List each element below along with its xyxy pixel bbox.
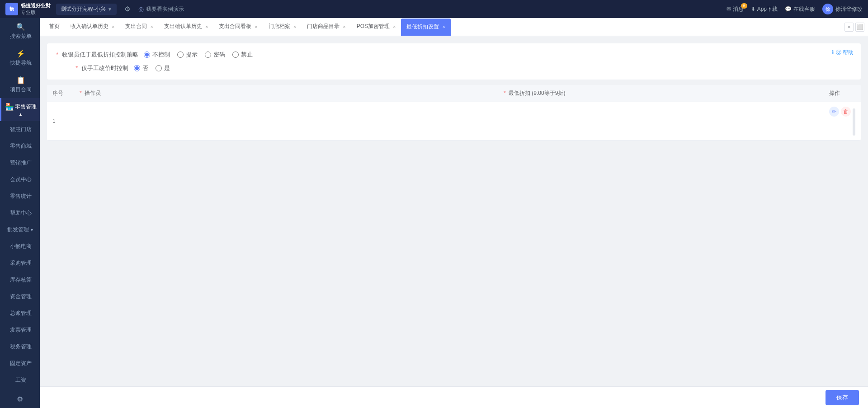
manual-yes[interactable]: 是 (156, 64, 170, 72)
cell-operator (74, 102, 498, 141)
tab-payment-board[interactable]: 支出合同看板 × (213, 18, 263, 36)
tab-store-archive-close-icon[interactable]: × (293, 24, 296, 29)
table-header: 序号 * 操作员 * 最低折扣 (9.00等于9折) 操作 (47, 85, 861, 102)
policy-no-control-label: 不控制 (152, 51, 170, 59)
manual-no[interactable]: 否 (134, 64, 148, 72)
sidebar-label-assets: 固定资产 (10, 360, 32, 367)
message-action[interactable]: ✉ 消息 8 (726, 5, 744, 13)
sidebar-item-shortcut[interactable]: ⚡ 快捷导航 (0, 45, 40, 71)
sidebar-item-retail[interactable]: 🏪 零售管理 ▲ (0, 98, 40, 121)
online-service-action[interactable]: 💬 在线客服 (785, 5, 815, 13)
sidebar-item-assets[interactable]: 固定资产 (0, 355, 40, 372)
sidebar-item-member[interactable]: 会员中心 (0, 171, 40, 188)
policy-forbid-label: 禁止 (241, 51, 253, 59)
page-content: ℹ ⓪ 帮助 * 收银员低于最低折扣控制策略 不控制 (40, 36, 868, 386)
tab-pos-password-close-icon[interactable]: × (393, 24, 396, 29)
tab-payment-close-icon[interactable]: × (150, 24, 153, 29)
tab-home[interactable]: 首页 (43, 18, 65, 36)
sidebar-item-search[interactable]: 🔍 搜索菜单 (0, 18, 40, 45)
sidebar-item-salary[interactable]: 工资 (0, 372, 40, 389)
settings-icon[interactable]: ⚙ (122, 4, 133, 14)
app-name: 畅捷通好业财 (21, 2, 51, 9)
tab-payment-board-close-icon[interactable]: × (255, 24, 257, 29)
demo-label: 我要看实例演示 (146, 5, 184, 13)
cell-action: ✏ 🗑 (824, 102, 861, 141)
manual-required-mark: * (75, 65, 78, 71)
sidebar-label-salary: 工资 (15, 376, 26, 384)
sidebar-item-purchase[interactable]: 采购管理 (0, 255, 40, 272)
app-download-label: App下载 (757, 5, 778, 13)
sidebar-item-smart-store[interactable]: 智慧门店 (0, 121, 40, 138)
retail-icon: 🏪 (5, 103, 14, 111)
policy-required-mark: * (56, 51, 58, 58)
sidebar-item-wholesale[interactable]: 批发管理 ▼ (0, 221, 40, 238)
col-header-discount: * 最低折扣 (9.00等于9折) (498, 85, 824, 102)
demo-link[interactable]: ◎ 我要看实例演示 (138, 5, 184, 13)
help-button[interactable]: ℹ ⓪ 帮助 (832, 49, 854, 56)
policy-row: * 收银员低于最低折扣控制策略 不控制 提示 (56, 51, 852, 59)
sidebar-item-marketing[interactable]: 营销推广 (0, 155, 40, 171)
tab-payment-label: 支出合同 (125, 23, 147, 30)
tabs-end-buttons: × ⬜ (844, 23, 864, 32)
policy-remind[interactable]: 提示 (177, 51, 198, 59)
sidebar-item-help[interactable]: 帮助中心 (0, 205, 40, 221)
tab-discount-setting-label: 最低折扣设置 (406, 23, 439, 31)
tab-store-goods-close-icon[interactable]: × (343, 24, 345, 29)
col-header-operator: * 操作员 (74, 85, 498, 102)
tab-payment-confirm[interactable]: 支出确认单历史 × (159, 18, 213, 36)
policy-password[interactable]: 密码 (205, 51, 225, 59)
manual-row: * 仅手工改价时控制 否 是 (56, 64, 852, 72)
table-body: 1 ✏ 🗑 (47, 102, 861, 141)
tab-store-goods-label: 门店商品目录 (307, 23, 340, 30)
sidebar-label-shortcut: 快捷导航 (10, 59, 32, 67)
sidebar-item-stats[interactable]: 零售统计 (0, 188, 40, 205)
tab-store-goods[interactable]: 门店商品目录 × (302, 18, 351, 36)
table-scrollbar[interactable] (853, 108, 855, 136)
sidebar-item-ledger[interactable]: 总账管理 (0, 305, 40, 322)
sidebar-item-ecommerce[interactable]: 小畅电商 (0, 238, 40, 255)
topbar: 畅 畅捷通好业财 专业版 测试分开完程-小兴 ▼ ⚙ ◎ 我要看实例演示 ✉ 消… (0, 0, 868, 18)
tab-discount-setting[interactable]: 最低折扣设置 × (401, 19, 450, 36)
app-download-action[interactable]: ⬇ App下载 (751, 5, 778, 13)
sidebar-label-ecommerce: 小畅电商 (10, 243, 32, 250)
policy-label: * 收银员低于最低折扣控制策略 (56, 51, 138, 59)
col-header-action: 操作 (824, 85, 861, 102)
sidebar-item-tax[interactable]: 税务管理 (0, 338, 40, 355)
tab-pos-password[interactable]: POS加密管理 × (351, 18, 401, 36)
tab-payment-confirm-close-icon[interactable]: × (205, 24, 208, 29)
tabs-close-all-button[interactable]: × (844, 23, 854, 32)
tab-income[interactable]: 收入确认单历史 × (65, 18, 120, 36)
tabs-expand-button[interactable]: ⬜ (855, 23, 864, 32)
sidebar-item-inventory[interactable]: 库存核算 (0, 272, 40, 288)
tab-pos-password-label: POS加密管理 (357, 23, 390, 30)
sidebar-item-project[interactable]: 📋 项目合同 (0, 71, 40, 98)
project-name: 测试分开完程-小兴 (61, 5, 106, 13)
username-label: 徐泽华修改 (835, 5, 863, 13)
tab-payment[interactable]: 支出合同 × (120, 18, 158, 36)
sidebar-item-invoice[interactable]: 发票管理 (0, 322, 40, 338)
row-edit-button[interactable]: ✏ (829, 107, 839, 117)
download-icon: ⬇ (751, 6, 755, 12)
save-button[interactable]: 保存 (826, 390, 859, 405)
tab-discount-close-icon[interactable]: × (442, 24, 445, 29)
row-action-buttons: ✏ 🗑 (829, 107, 855, 136)
bottom-bar: 保存 (40, 386, 868, 408)
policy-no-control[interactable]: 不控制 (144, 51, 170, 59)
project-selector[interactable]: 测试分开完程-小兴 ▼ (56, 4, 117, 15)
cell-discount (498, 102, 824, 141)
sidebar-label-purchase: 采购管理 (10, 259, 32, 267)
form-card: ℹ ⓪ 帮助 * 收银员低于最低折扣控制策略 不控制 (47, 43, 861, 80)
user-avatar[interactable]: 徐 徐泽华修改 (822, 4, 863, 14)
app-edition: 专业版 (21, 9, 51, 16)
message-icon: ✉ (726, 6, 731, 12)
tab-income-close-icon[interactable]: × (112, 24, 114, 29)
tab-home-label: 首页 (49, 23, 60, 30)
sidebar-item-finance[interactable]: 资金管理 (0, 288, 40, 305)
sidebar-bottom-settings[interactable]: ⚙ (0, 390, 40, 408)
policy-forbid[interactable]: 禁止 (232, 51, 253, 59)
sidebar-item-online-shop[interactable]: 零售商城 (0, 138, 40, 155)
tab-store-archive[interactable]: 门店档案 × (263, 18, 302, 36)
row-delete-button[interactable]: 🗑 (841, 107, 851, 117)
close-all-icon: × (847, 24, 850, 30)
policy-password-label: 密码 (213, 51, 225, 59)
